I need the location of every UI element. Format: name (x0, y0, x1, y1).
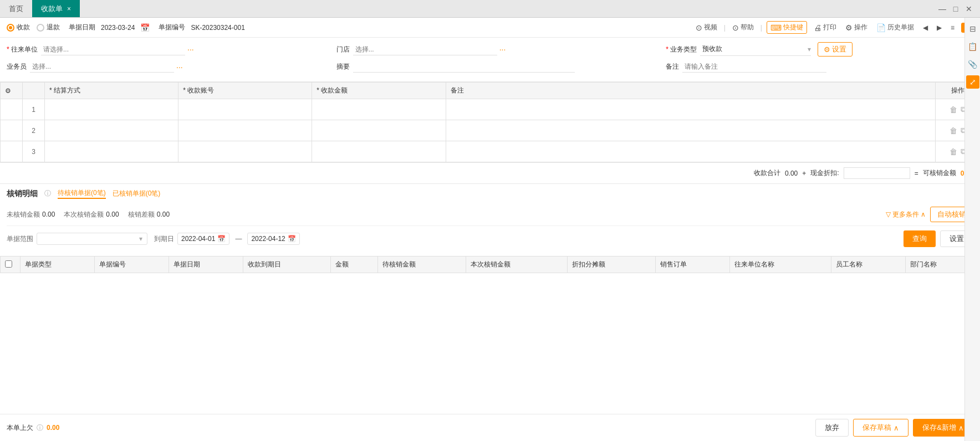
number-label: 单据编号 (159, 23, 185, 32)
select-all-checkbox[interactable] (5, 260, 12, 268)
row1-remark[interactable] (446, 99, 936, 120)
store-field: 门店 ··· (336, 44, 644, 55)
row2-delete-icon[interactable]: 🗑 (950, 126, 957, 135)
row3-delete-icon[interactable]: 🗑 (950, 147, 957, 156)
video-button[interactable]: ⊙ 视频 (693, 22, 719, 33)
row2-amount[interactable] (312, 120, 446, 141)
date-to-input[interactable]: 2022-04-12 📅 (247, 233, 299, 245)
unrealized-label: 未核销金额 (7, 210, 40, 219)
th-discount: 折扣分摊额 (568, 257, 656, 273)
sidebar-list-icon[interactable]: 📋 (966, 40, 979, 53)
store-input[interactable] (353, 44, 497, 55)
current-stat: 本次核销金额 0.00 (64, 210, 119, 219)
discard-button[interactable]: 放弃 (815, 419, 849, 437)
print-button[interactable]: 🖨 打印 (811, 22, 839, 33)
row1-settings-cell (1, 99, 23, 120)
counterpart-input[interactable] (41, 44, 185, 55)
query-button[interactable]: 查询 (904, 230, 936, 247)
date-picker-icon[interactable]: 📅 (140, 23, 150, 32)
close-button[interactable]: ✕ (964, 4, 973, 13)
bottom-table-area: 单据类型 单据编号 单据日期 收款到期日 金额 待核销金额 (0, 256, 980, 273)
sidebar-attach-icon[interactable]: 📎 (966, 58, 979, 71)
this-order-label: 本单上欠 (7, 423, 33, 433)
stats-row: 未核销金额 0.00 本次核销金额 0.00 核销差额 0.00 ▽ 更多条件 … (7, 203, 973, 225)
tab-receipt[interactable]: 收款单 × (32, 0, 80, 17)
th-current: 本次核销金额 (466, 257, 567, 273)
footer-left: 本单上欠 ⓘ 0.00 (7, 423, 59, 433)
store-more-icon[interactable]: ··· (499, 45, 506, 54)
shortcut-button[interactable]: ⌨ 快捷键 (767, 21, 807, 34)
counterpart-more-icon[interactable]: ··· (187, 45, 194, 54)
maximize-button[interactable]: □ (951, 4, 960, 13)
th-settings[interactable]: ⚙ (1, 83, 23, 99)
shortcut-label: 快捷键 (783, 23, 803, 32)
range-select[interactable]: ▾ (37, 233, 147, 245)
counterpart-label: 往来单位 (7, 45, 41, 54)
footer-right: 放弃 保存草稿 ∧ 保存&新增 ∧ (815, 419, 973, 437)
tab-receipt-close[interactable]: × (67, 5, 71, 13)
row1-settlement[interactable] (45, 99, 178, 120)
radio-tuikuan[interactable]: 退款 (37, 23, 60, 32)
save-draft-button[interactable]: 保存草稿 ∧ (853, 419, 908, 437)
history-button[interactable]: 📄 历史单据 (874, 22, 916, 33)
radio-shoukuan-label: 收款 (17, 23, 30, 32)
remark-label: 备注 (666, 62, 682, 71)
row1-delete-icon[interactable]: 🗑 (950, 105, 957, 114)
done-tab[interactable]: 已核销单据(0笔) (113, 189, 161, 198)
summary-field: 摘要 (336, 61, 644, 73)
nav-next-button[interactable]: ▶ (935, 23, 944, 33)
summary-input[interactable] (353, 61, 575, 73)
row3-remark[interactable] (446, 141, 936, 162)
row3-amount[interactable] (312, 141, 446, 162)
settings-button[interactable]: ⚙ 设置 (818, 42, 853, 57)
footer-info-icon[interactable]: ⓘ (37, 423, 43, 433)
stats-right: ▽ 更多条件 ∧ 自动核销 (886, 207, 973, 222)
more-conditions-button[interactable]: ▽ 更多条件 ∧ (886, 210, 926, 219)
tab-home[interactable]: 首页 (0, 0, 32, 17)
salesperson-more-icon[interactable]: ··· (176, 63, 183, 71)
help-label: 帮助 (741, 23, 754, 32)
business-type-select[interactable]: 预收款 ▾ (700, 43, 811, 56)
summary-discount-label: 现金折扣: (810, 168, 839, 178)
summary-equals: = (915, 170, 918, 177)
th-due-date: 收款到期日 (243, 257, 331, 273)
row3-settlement[interactable] (45, 141, 178, 162)
range-label: 单据范围 (7, 234, 33, 244)
row2-account[interactable] (178, 120, 312, 141)
date-from-input[interactable]: 2022-04-01 📅 (177, 233, 229, 245)
row1-num: 1 (23, 99, 45, 120)
help-icon: ⊙ (732, 23, 739, 32)
nav-prev-button[interactable]: ◀ (921, 23, 930, 33)
row2-settlement[interactable] (45, 120, 178, 141)
operation-button[interactable]: ⚙ 操作 (843, 22, 870, 33)
row3-account[interactable] (178, 141, 312, 162)
row1-account[interactable] (178, 99, 312, 120)
settings-gear-icon: ⚙ (824, 45, 830, 54)
filter-right: 查询 设置 (904, 230, 973, 247)
row2-remark[interactable] (446, 120, 936, 141)
row3-settings-cell (1, 141, 23, 162)
date-dash: — (235, 235, 242, 243)
range-field: 单据范围 ▾ (7, 233, 147, 245)
tab-bar: 首页 收款单 × — □ ✕ (0, 0, 980, 18)
help-button[interactable]: ⊙ 帮助 (730, 22, 756, 33)
summary-available-label: 可核销金额 (923, 168, 956, 178)
save-new-label: 保存&新增 (922, 423, 956, 433)
minimize-button[interactable]: — (938, 4, 947, 13)
sidebar-table-icon[interactable]: ⊟ (966, 22, 979, 35)
business-type-value: 预收款 (700, 43, 808, 55)
unrealized-stat: 未核销金额 0.00 (7, 210, 55, 219)
sidebar-expand-icon[interactable]: ⤢ (966, 75, 979, 89)
pending-tab[interactable]: 待核销单据(0笔) (58, 188, 106, 199)
diff-value: 0.00 (157, 211, 170, 218)
th-settlement: * 结算方式 (45, 83, 178, 99)
summary-discount-input[interactable] (844, 167, 910, 179)
verification-info-icon[interactable]: ⓘ (44, 189, 51, 198)
receipt-table: ⚙ * 结算方式 * 收款账号 * 收款金额 备注 操作 (0, 82, 980, 162)
remark-input[interactable] (682, 61, 826, 73)
verification-header: 核销明细 ⓘ 待核销单据(0笔) 已核销单据(0笔) (7, 188, 973, 199)
view-list-button[interactable]: ≡ (948, 23, 957, 33)
radio-shoukuan[interactable]: 收款 (7, 23, 30, 32)
row1-amount[interactable] (312, 99, 446, 120)
salesperson-input[interactable] (30, 61, 174, 73)
